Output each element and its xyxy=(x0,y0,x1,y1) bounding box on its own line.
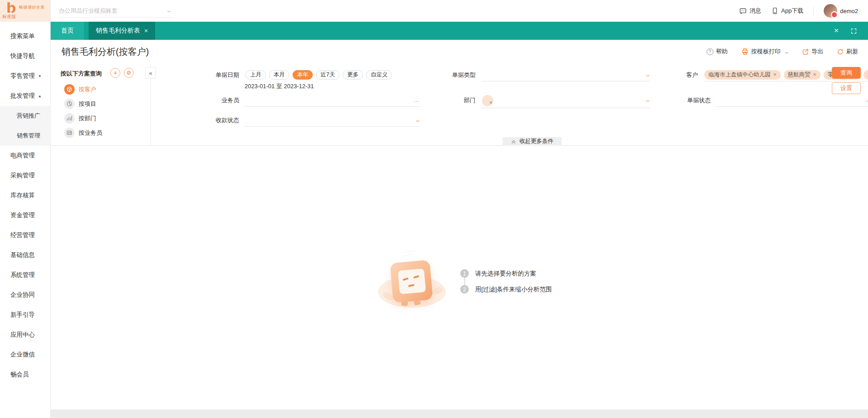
step-text: 用[过滤]条件来缩小分析范围 xyxy=(475,285,552,294)
collapse-panel-icon[interactable]: « xyxy=(145,67,156,79)
step-number-badge: 1 xyxy=(460,269,469,278)
plan-item-label: 按客户 xyxy=(79,86,96,94)
close-tab-icon[interactable]: × xyxy=(144,27,148,34)
avatar[interactable] xyxy=(824,4,837,18)
brand-edition-badge: 标准版 xyxy=(2,14,16,20)
settings-button[interactable]: 设置 xyxy=(832,82,861,94)
username-label: demo2 xyxy=(840,8,858,14)
remove-tag-icon[interactable]: × xyxy=(774,71,777,78)
sidebar-item-member[interactable]: 畅会员 xyxy=(0,365,50,385)
payment-status-select[interactable]: ⌄ xyxy=(245,115,420,127)
tab-bar: 首页 销售毛利分析表 × × xyxy=(51,22,868,40)
chevron-down-icon[interactable]: ⌄ xyxy=(165,8,172,14)
sidebar-item-app-center[interactable]: 应用中心 xyxy=(0,325,50,345)
sidebar-item-sales-mgmt[interactable]: 销售管理 xyxy=(0,126,50,146)
sidebar-item-operations[interactable]: 经营管理 xyxy=(0,225,50,245)
plan-item-label: 按部门 xyxy=(79,114,96,123)
remove-tag-icon[interactable]: × xyxy=(813,71,816,78)
department-select[interactable]: × ⌄ xyxy=(481,95,650,108)
doc-date-label: 单据日期 xyxy=(207,70,239,81)
chevron-down-icon: ▼ xyxy=(38,74,42,78)
preset-this-month[interactable]: 本月 xyxy=(269,70,289,80)
salesman-input[interactable]: … xyxy=(245,95,420,107)
chevron-down-icon[interactable]: ⌄ xyxy=(784,49,790,54)
plan-settings-button[interactable]: ⚙ xyxy=(124,68,134,78)
fullscreen-icon[interactable] xyxy=(850,28,857,34)
sidebar-item-wecom[interactable]: 企业微信 xyxy=(0,345,50,365)
plan-item-by-project[interactable]: 按项目 xyxy=(64,99,102,109)
add-plan-button[interactable]: + xyxy=(110,68,120,78)
horizontal-scrollbar[interactable] xyxy=(51,409,868,418)
sidebar-item-retail[interactable]: 零售管理 ▼ xyxy=(0,66,50,86)
message-icon xyxy=(739,7,747,15)
doc-type-label: 单据类型 xyxy=(443,70,476,81)
page-header: 销售毛利分析(按客户) ? 帮助 按模板打印 ⌄ 导出 xyxy=(51,40,868,63)
robot-box-icon xyxy=(390,260,433,303)
remove-tag-icon[interactable]: × xyxy=(489,99,493,106)
sidebar-item-label: 库存核算 xyxy=(10,191,35,200)
sidebar-item-label: 批发管理 xyxy=(10,92,35,100)
sidebar-item-system[interactable]: 系统管理 xyxy=(0,265,50,285)
printer-icon xyxy=(741,48,749,55)
preset-this-year[interactable]: 本年 xyxy=(292,70,313,80)
preset-last-month[interactable]: 上月 xyxy=(245,70,266,80)
tab-gross-profit-analysis[interactable]: 销售毛利分析表 × xyxy=(89,22,155,40)
plan-item-by-salesman[interactable]: 按业务员 xyxy=(64,128,102,138)
sidebar-item-ecommerce[interactable]: 电商管理 xyxy=(0,146,50,166)
page-title: 销售毛利分析(按客户) xyxy=(61,46,149,58)
doc-type-field: 单据类型 ⌄ xyxy=(443,70,650,81)
help-button[interactable]: ? 帮助 xyxy=(707,48,728,56)
plan-item-by-customer[interactable]: 按客户 xyxy=(64,84,102,95)
chevron-down-icon[interactable]: ⌄ xyxy=(864,97,868,103)
print-by-template-button[interactable]: 按模板打印 ⌄ xyxy=(741,48,788,56)
department-field: 部门 × ⌄ xyxy=(443,95,650,108)
sidebar-item-inventory[interactable]: 库存核算 xyxy=(0,185,50,205)
sidebar-item-purchase[interactable]: 采购管理 xyxy=(0,166,50,185)
sidebar-item-label: 营销推广 xyxy=(17,112,40,120)
plan-item-by-department[interactable]: 按部门 xyxy=(64,113,102,124)
chevron-down-icon[interactable]: ⌄ xyxy=(644,97,651,103)
cube-icon xyxy=(64,84,75,95)
doc-type-select[interactable]: ⌄ xyxy=(481,70,650,81)
pie-icon xyxy=(64,99,75,109)
refresh-button[interactable]: 刷新 xyxy=(837,48,858,56)
tab-home[interactable]: 首页 xyxy=(51,22,84,40)
doc-date-range[interactable]: 2023-01-01 至 2023-12-31 xyxy=(245,82,420,90)
preset-more[interactable]: 更多 xyxy=(343,70,363,80)
picker-ellipsis-icon[interactable]: … xyxy=(413,96,420,103)
preset-last-7-days[interactable]: 近7天 xyxy=(316,70,340,80)
sidebar-item-wholesale[interactable]: 批发管理 ▲ xyxy=(0,86,50,106)
user-menu[interactable]: demo2 xyxy=(824,4,858,18)
chevron-down-icon[interactable]: ⌄ xyxy=(644,71,651,78)
app-download-button[interactable]: App下载 xyxy=(771,7,803,15)
customer-tag-label: 临海市上盘镇中心幼儿园 xyxy=(708,71,771,79)
account-set-input[interactable] xyxy=(59,7,167,14)
preset-custom[interactable]: 自定义 xyxy=(366,70,392,80)
step-2: 2 用[过滤]条件来缩小分析范围 xyxy=(460,285,552,294)
sidebar-item-collaboration[interactable]: 企业协同 xyxy=(0,285,50,305)
divider xyxy=(813,6,814,15)
sidebar-item-beginner-guide[interactable]: 新手引导 xyxy=(0,305,50,325)
sidebar-item-funds[interactable]: 资金管理 xyxy=(0,205,50,225)
customer-label: 客户 xyxy=(678,70,698,81)
collapse-more-conditions[interactable]: 收起更多条件 xyxy=(503,137,561,146)
query-plan-header: 按以下方案查询 xyxy=(61,70,102,78)
messages-button[interactable]: 消息 xyxy=(739,7,761,15)
doc-status-select[interactable]: ⌄ xyxy=(716,95,868,107)
tabbar-controls: × xyxy=(834,22,868,40)
query-button[interactable]: 查询 xyxy=(832,67,861,79)
account-set-selector[interactable]: ⌄ xyxy=(59,4,173,18)
sidebar-item-basic-info[interactable]: 基础信息 xyxy=(0,245,50,265)
chevron-down-icon[interactable]: ⌄ xyxy=(414,117,421,123)
sidebar-item-search-menu[interactable]: 搜索菜单 xyxy=(0,26,50,46)
export-button[interactable]: 导出 xyxy=(802,48,823,56)
app-download-label: App下载 xyxy=(781,7,803,15)
sidebar-item-label: 企业微信 xyxy=(10,351,35,359)
double-chevron-up-icon xyxy=(511,139,516,144)
sidebar-item-marketing[interactable]: 营销推广 xyxy=(0,106,50,126)
sidebar-item-quick-nav[interactable]: 快捷导航 xyxy=(0,46,50,66)
step-1: 1 请先选择要分析的方案 xyxy=(460,269,552,278)
brand-logo[interactable]: b 畅捷通好生意 标准版 xyxy=(0,0,50,22)
close-all-icon[interactable]: × xyxy=(834,26,839,35)
customer-tag: 天天超 xyxy=(863,70,868,80)
